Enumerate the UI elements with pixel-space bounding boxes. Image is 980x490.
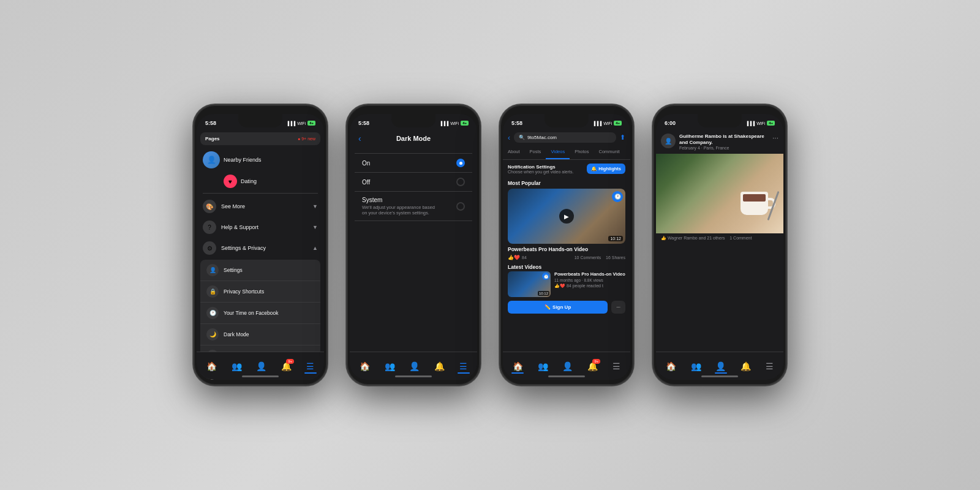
phone3-latest-info: Powerbeats Pro Hands-on Video 11 months … <box>554 271 625 288</box>
phone1-nav-home[interactable]: 🏠 <box>202 359 222 374</box>
phone1-help-support[interactable]: ? Help & Support ▼ <box>197 217 324 238</box>
phone1-nav-menu[interactable]: ☰ <box>301 359 319 374</box>
phone3-nav-profile[interactable]: 👤 <box>557 359 578 374</box>
phone3-back-button[interactable]: ‹ <box>508 134 510 142</box>
phone3-tab-community[interactable]: Communit <box>594 145 625 159</box>
phone2-wrapper: 5:58 ▐▐▐ WiFi 4+ ‹ Dark Mode On <box>346 104 481 386</box>
phone2-option-system[interactable]: System We'll adjust your appearance base… <box>355 192 472 221</box>
phone3-vol-up <box>499 154 500 173</box>
phone4-vol-down <box>652 179 654 197</box>
phone1-menu-icon: ☰ <box>306 361 314 371</box>
phone2-radio-system[interactable] <box>456 202 465 211</box>
phone4-coffee-liquid <box>743 194 766 202</box>
phone3-wifi: WiFi <box>603 121 612 126</box>
phone4-tagged-text: Wagner Rambo and 21 others <box>668 236 725 240</box>
phone1-notch <box>238 114 282 127</box>
phone3-notif-sub: Choose when you get video alerts. <box>508 170 573 174</box>
phone1-nav-friends[interactable]: 👥 <box>227 359 247 374</box>
phone4-tagged-names: 👍 <box>661 236 668 240</box>
phone1-settings-chevron: ▲ <box>312 245 318 251</box>
phone3-battery: 4+ <box>614 121 622 126</box>
phone3-nav-home[interactable]: 🏠 <box>508 359 528 374</box>
phone4-nav-friends[interactable]: 👥 <box>686 359 706 374</box>
phone4-comments-count: 1 Comment <box>729 236 752 240</box>
phone3-screen: 5:58 ▐▐▐ WiFi 4+ ‹ 🔍 9to5Mac.com ⬆ <box>503 114 630 380</box>
phone4-screen: 6:00 ▐▐▐ WiFi 4+ 👤 Guilherme Rambo is at… <box>656 114 783 380</box>
phone1-settings-privacy[interactable]: ⚙ Settings & Privacy ▲ <box>197 238 324 258</box>
phone4-nav-profile[interactable]: 👤 <box>710 359 731 374</box>
phone4-nav-home[interactable]: 🏠 <box>661 359 681 374</box>
phone1-seemore-chevron: ▼ <box>312 203 318 209</box>
phone3-tab-videos[interactable]: Videos <box>546 145 570 159</box>
phone2-vol-up <box>346 154 347 173</box>
phone4-wifi: WiFi <box>756 121 765 126</box>
phone3-nav-friends[interactable]: 👥 <box>533 359 553 374</box>
phone2-power <box>480 167 481 194</box>
phone3-latest-item[interactable]: 🕐 10:12 Powerbeats Pro Hands-on Video 11… <box>508 271 625 297</box>
phone2-nav-notifications[interactable]: 🔔 <box>429 359 450 374</box>
phone3-power <box>633 167 634 194</box>
phone3-notif-info: Notification Settings Choose when you ge… <box>508 164 573 174</box>
phone2-option-on[interactable]: On <box>355 153 472 173</box>
phone3-shares: 16 Shares <box>606 255 625 260</box>
phone3-reactions-count: 84 <box>522 255 527 260</box>
phone1-pages-notification[interactable]: Pages ● 9+ new <box>200 132 320 145</box>
phone3-url-text: 9to5Mac.com <box>527 135 557 140</box>
phone3-active-line <box>511 372 524 374</box>
phone2-nav-profile[interactable]: 👤 <box>404 359 424 374</box>
phone3-highlights-button[interactable]: 🔔 Highlights <box>587 164 625 174</box>
phone1-nearby-friends-row[interactable]: 👤 Nearby Friends <box>197 148 324 172</box>
phone4-nav-notifications[interactable]: 🔔 <box>736 359 756 374</box>
phone2-time: 5:58 <box>358 120 369 126</box>
phone2-screen: 5:58 ▐▐▐ WiFi 4+ ‹ Dark Mode On <box>350 114 477 380</box>
phone3-pencil-icon: ✏️ <box>545 304 551 310</box>
phone1-dating-row[interactable]: ♥ Dating <box>217 172 324 190</box>
phone3-home-indicator <box>548 375 585 377</box>
phone3-tab-posts[interactable]: Posts <box>525 145 546 159</box>
phone4-more-button[interactable]: ··· <box>772 134 778 142</box>
phone2-home-indicator <box>395 375 432 377</box>
phone3-tab-about[interactable]: About <box>503 145 525 159</box>
phone3-more-button[interactable]: ··· <box>611 301 625 314</box>
phone1-status-icons: ▐▐▐ WiFi 4+ <box>286 121 315 126</box>
phone1-vol-up <box>193 154 194 173</box>
phone1-dating-label: Dating <box>241 178 257 184</box>
phone3-share-button[interactable]: ⬆ <box>620 134 625 141</box>
phone2-radio-on[interactable] <box>456 159 465 167</box>
phone1-privacy-shortcuts[interactable]: 🔒 Privacy Shortcuts <box>200 281 320 303</box>
phone2-notif-icon: 🔔 <box>434 361 445 371</box>
phone2-wifi: WiFi <box>450 121 459 126</box>
phone1-settings-item-icon: 👤 <box>206 264 219 276</box>
phone1-settings-icon: ⚙ <box>203 241 216 255</box>
phone2-status-icons: ▐▐▐ WiFi 4+ <box>439 121 469 126</box>
phone1-settings-item[interactable]: 👤 Settings <box>200 260 320 281</box>
phone2-nav-home[interactable]: 🏠 <box>355 359 375 374</box>
phone2-option-off[interactable]: Off <box>355 173 472 192</box>
phone3-play-button[interactable]: ▶ <box>559 209 574 224</box>
phone3-tab-photos[interactable]: Photos <box>570 145 594 159</box>
phone3-nav-notifications[interactable]: 🔔 9+ <box>582 359 603 374</box>
phone3-video-thumbnail[interactable]: ▶ 🕐 10:12 <box>508 189 625 244</box>
phone1-settings-left: ⚙ Settings & Privacy <box>203 241 266 255</box>
phone2-radio-off[interactable] <box>456 178 465 186</box>
phone1-dark-mode[interactable]: 🌙 Dark Mode <box>200 324 320 345</box>
phone3-duration: 10:12 <box>608 236 623 241</box>
phone3-url-bar[interactable]: 🔍 9to5Mac.com <box>514 132 616 143</box>
phone3-nav-menu[interactable]: ☰ <box>608 359 625 374</box>
phone2-nav-menu[interactable]: ☰ <box>454 359 472 374</box>
phone1-see-more[interactable]: 🎨 See More ▼ <box>197 196 324 217</box>
phone1-nearby-label: Nearby Friends <box>224 157 262 163</box>
phone4-user-info: 👤 Guilherme Rambo is at Shakespeare and … <box>661 134 772 150</box>
phone1-nav-notifications[interactable]: 🔔 9+ <box>276 359 296 374</box>
phone3-tabs: About Posts Videos Photos Communit <box>503 145 630 160</box>
phone1-settings-section: 👤 Settings 🔒 Privacy Shortcuts 🕐 Your Ti… <box>200 260 320 366</box>
phone4-time: 6:00 <box>665 120 676 126</box>
phone2-nav-friends[interactable]: 👥 <box>380 359 400 374</box>
phone3-signup-button[interactable]: ✏️ Sign Up <box>508 301 608 314</box>
phone1-your-time[interactable]: 🕐 Your Time on Facebook <box>200 303 320 324</box>
phone4-menu-icon: ☰ <box>766 361 774 371</box>
phone3-vol-down <box>499 179 500 197</box>
phone2-back-button[interactable]: ‹ <box>358 134 361 143</box>
phone4-nav-menu[interactable]: ☰ <box>761 359 778 374</box>
phone1-nav-profile[interactable]: 👤 <box>251 359 271 374</box>
